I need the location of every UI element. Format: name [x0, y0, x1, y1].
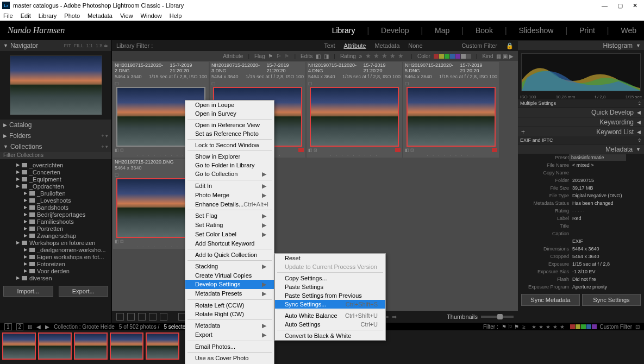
filmstrip-thumb[interactable] [110, 332, 143, 360]
menu-item[interactable]: Go to Collection▶ [185, 170, 274, 179]
menu-item[interactable]: Stacking▶ [185, 262, 274, 271]
collection-item[interactable]: ▶Familieshoots [7, 218, 111, 225]
menu-item[interactable]: Export▶ [185, 330, 274, 340]
grid-icon[interactable]: ⊞ [28, 324, 32, 330]
catalog-header[interactable]: ▶Catalog [0, 120, 111, 130]
filter-lock-icon[interactable]: 🔒 [506, 42, 514, 49]
maximize-icon[interactable]: ▢ [617, 2, 623, 9]
menu-file[interactable]: File [3, 12, 13, 19]
filter-metadata[interactable]: Metadata [374, 42, 399, 49]
people-view-icon[interactable] [160, 313, 167, 321]
menu-edit[interactable]: Edit [21, 12, 31, 19]
collection-item[interactable]: ▶Bandshoots [7, 204, 111, 211]
menu-item[interactable]: Open in Reference View [185, 121, 274, 129]
back-icon[interactable]: ◀ [36, 324, 41, 330]
keywording-header[interactable]: Keywording◀ [518, 117, 644, 127]
filter-attribute[interactable]: Attribute [343, 42, 366, 49]
menu-item[interactable]: Go to Folder in Library [185, 161, 274, 170]
filter-colors[interactable] [570, 324, 597, 329]
menu-item[interactable]: Convert to Black & White [275, 331, 385, 340]
grid-cell[interactable]: NH20190715-212020-5.DNG15-7-2019 21:20:2… [403, 62, 499, 158]
menu-item[interactable]: Auto White BalanceCtrl+Shift+U [275, 311, 385, 320]
histogram-header[interactable]: Histogram▼ [518, 41, 644, 50]
collection-item[interactable]: ▶_Opdrachten [7, 183, 111, 190]
module-web[interactable]: Web [621, 26, 636, 35]
collection-item[interactable]: ▶_Loveshoots [7, 197, 111, 204]
keywordlist-header[interactable]: +Keyword List◀ [518, 127, 644, 136]
folders-header[interactable]: ▶Folders+ ▾ [0, 130, 111, 141]
filter-rating[interactable]: ≥ ★★★★★ [522, 324, 566, 330]
preset-select[interactable]: basisinformatie [569, 154, 626, 161]
menu-item[interactable]: Rotate Left (CCW) [185, 301, 274, 310]
menu-item[interactable]: Paste Settings from Previous [275, 291, 385, 300]
custom-filter-dropdown[interactable]: Custom Filter [600, 324, 632, 330]
histogram[interactable] [521, 53, 641, 91]
menu-item[interactable]: Set as Reference Photo [185, 129, 274, 138]
collection-item[interactable]: ▶Zwangerschap [7, 232, 111, 239]
module-slideshow[interactable]: Slideshow [519, 26, 554, 35]
minimize-icon[interactable]: — [602, 2, 608, 9]
menu-photo[interactable]: Photo [64, 12, 80, 19]
filter-preset[interactable]: Custom Filter [462, 42, 497, 49]
collections-header[interactable]: ▼Collections+ ▾ [0, 141, 111, 152]
second-window-icon[interactable]: 1 [4, 323, 12, 330]
sync-settings-button[interactable]: Sync Settings [582, 294, 641, 306]
menu-item[interactable]: Metadata▶ [185, 321, 274, 330]
menu-item[interactable]: Use as Cover Photo [185, 354, 274, 362]
rating-stars[interactable]: ★★★★★ [365, 52, 406, 60]
second-window-2-icon[interactable]: 2 [16, 323, 24, 330]
metadata-header[interactable]: Metadata▼ [518, 145, 644, 154]
filter-text[interactable]: Text [324, 42, 335, 49]
grid-view-icon[interactable] [116, 313, 124, 321]
menu-item[interactable]: Open in Loupe [185, 101, 274, 109]
menu-item[interactable]: Enhance Details...Ctrl+Alt+I [185, 200, 274, 209]
export-button[interactable]: Export... [59, 286, 109, 297]
compare-view-icon[interactable] [138, 313, 146, 321]
filter-collections[interactable]: Filter Collections [0, 152, 111, 159]
filmstrip-thumb[interactable] [146, 332, 179, 360]
menu-item[interactable]: Set Color Label▶ [185, 230, 274, 239]
thumbnail-slider[interactable] [481, 316, 514, 318]
menu-item[interactable]: Open in Survey [185, 109, 274, 118]
module-book[interactable]: Book [476, 26, 493, 35]
module-develop[interactable]: Develop [381, 26, 409, 35]
navigator-preview[interactable] [10, 55, 102, 115]
next-icon[interactable]: ⇒ [392, 313, 397, 321]
edits-icon[interactable]: ◧ [316, 53, 321, 59]
collection-item[interactable]: ▶Workshops en fotoreizen [7, 239, 111, 246]
collection-item[interactable]: ▶Fotoreizen [7, 260, 111, 267]
grid-cell[interactable]: NH20190715-212020-4.DNG15-7-2019 21:20:2… [307, 62, 402, 158]
loupe-view-icon[interactable] [127, 313, 135, 321]
menu-view[interactable]: View [120, 12, 133, 19]
menu-window[interactable]: Window [141, 12, 162, 19]
menu-item[interactable]: Photo Merge▶ [185, 191, 274, 200]
flag-picked-icon[interactable]: ⚑ [268, 53, 273, 59]
menu-item[interactable]: Edit In▶ [185, 181, 274, 191]
filmstrip-thumb[interactable] [74, 332, 108, 360]
menu-item[interactable]: Create Virtual Copies [185, 271, 274, 280]
collection-item[interactable]: ▶Eigen workshops en fot... [7, 253, 111, 260]
menu-item[interactable]: Auto SettingsCtrl+U [275, 320, 385, 329]
module-map[interactable]: Map [435, 26, 449, 35]
collection-item[interactable]: ▶_Equipment [7, 175, 111, 183]
filter-switch-icon[interactable]: ⊡ [635, 324, 640, 330]
menu-item[interactable]: Add Shortcut Keyword [185, 239, 274, 248]
filmstrip-thumb[interactable] [2, 332, 36, 360]
menu-item[interactable]: Rotate Right (CW) [185, 310, 274, 318]
rating-op[interactable]: ≥ [359, 53, 362, 59]
menu-item[interactable]: Lock to Second Window [185, 141, 274, 149]
context-submenu[interactable]: ResetUpdate to Current Process VersionCo… [274, 253, 386, 341]
menu-library[interactable]: Library [39, 12, 57, 19]
menu-item[interactable]: Update to Current Process Version [275, 262, 385, 271]
forward-icon[interactable]: ▶ [45, 324, 49, 330]
color-labels[interactable] [434, 54, 471, 59]
menu-item[interactable]: Set Flag▶ [185, 211, 274, 221]
flag-unflagged-icon[interactable]: ⚐ [276, 53, 281, 59]
filter-flag-icon[interactable]: ⚑ ⚐ ⚑ [502, 324, 520, 330]
collection-item[interactable]: ▶diversen [7, 274, 111, 281]
import-button[interactable]: Import... [3, 286, 53, 297]
module-print[interactable]: Print [579, 26, 595, 35]
menu-item[interactable]: Set Rating▶ [185, 221, 274, 230]
menu-item[interactable]: Show in Explorer [185, 152, 274, 161]
kind-icons[interactable]: ▦ ▣ ▶ [496, 53, 514, 59]
